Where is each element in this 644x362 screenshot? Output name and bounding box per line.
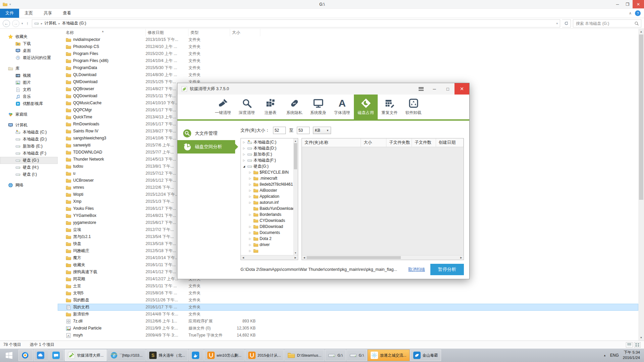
taskbar-item-app-chat[interactable] xyxy=(49,350,64,361)
expand-icon[interactable]: ▷ xyxy=(242,159,246,162)
file-row[interactable]: nvidiaInspector 2013/10/15 下午... 文件夹 xyxy=(58,36,638,43)
ribbon-tab[interactable]: 主页 xyxy=(19,9,38,18)
tree-node[interactable]: BaiduYunDownload xyxy=(241,205,293,212)
table-hscrollbar[interactable]: ◀ ▶ xyxy=(302,255,464,260)
scroll-up-icon[interactable]: ▲ xyxy=(293,138,298,143)
file-row[interactable]: Amsyh 2009/4/9 下午 3:... TrueType 字体文件 14… xyxy=(58,332,638,339)
breadcrumb-root[interactable]: 计算机 xyxy=(45,20,57,26)
thumbnail-view-button[interactable] xyxy=(634,342,641,348)
dialog-tab[interactable]: 软件卸载 xyxy=(401,95,425,119)
sidebar-group[interactable]: 收藏夹 xyxy=(0,33,58,40)
expand-icon[interactable]: ▷ xyxy=(248,171,252,174)
scroll-left-icon[interactable]: ◀ xyxy=(241,256,246,259)
file-row[interactable]: Photoshop CS 2012/4/10 上午 ... 文件夹 xyxy=(58,43,638,50)
sidebar-item[interactable]: 图片 xyxy=(0,79,58,86)
address-dropdown-icon[interactable]: ▾ xyxy=(556,22,558,25)
tree-hscrollbar[interactable]: ◀ ▶ xyxy=(241,255,298,260)
results-column-header[interactable]: 创建日期 xyxy=(436,138,464,147)
scrollbar-thumb[interactable] xyxy=(307,256,401,259)
dialog-tab[interactable]: 系统隐私 xyxy=(282,95,306,119)
tree-scrollbar[interactable]: ▲ ▼ xyxy=(293,138,298,255)
sidebar-item[interactable]: 下载 xyxy=(0,40,58,47)
breadcrumb[interactable]: ▸ 计算机 ▸ 本地磁盘 (G:) ▾ xyxy=(32,19,560,27)
ribbon-tab[interactable]: 共享 xyxy=(38,9,57,18)
taskbar-item-cleaner-master[interactable]: 软媒清理大师... xyxy=(65,350,107,361)
file-row[interactable]: 我的酷盘 2015/11/26 下午... 文件夹 xyxy=(58,297,638,304)
scroll-right-icon[interactable]: ▶ xyxy=(293,256,298,259)
close-button[interactable]: ✕ xyxy=(633,0,644,8)
tree-node[interactable]: ▷ DBDownload xyxy=(241,224,293,230)
sidebar-item[interactable]: 硬盘 (H:) xyxy=(0,164,58,171)
breadcrumb-current[interactable]: 本地磁盘 (G:) xyxy=(62,20,86,26)
taskbar-item-banished-forum[interactable]: 放逐之城交流... xyxy=(368,350,410,361)
results-column-header[interactable]: 子文件夹数 xyxy=(386,138,412,147)
tree-node[interactable]: ▷ .minecraft xyxy=(241,175,293,181)
up-button[interactable]: ↑ xyxy=(25,21,30,26)
results-column-header[interactable]: 子文件数 xyxy=(412,138,436,147)
sidebar-item[interactable]: 本地磁盘 (C:) xyxy=(0,129,58,136)
dialog-tab[interactable]: 系统瘦身 xyxy=(306,95,330,119)
expand-icon[interactable]: ▷ xyxy=(242,153,246,156)
file-row[interactable]: Program Files 2015/2/20 上午 ... 文件夹 xyxy=(58,50,638,57)
column-header[interactable]: ▲名称 xyxy=(58,29,146,36)
sidebar-group[interactable]: 网络 xyxy=(0,181,58,189)
dialog-minimize-button[interactable]: ─ xyxy=(428,83,441,95)
size-unit-select[interactable]: KB ▼ xyxy=(313,127,331,134)
sidebar-item[interactable]: 本地磁盘 (D:) xyxy=(0,136,58,143)
sidebar-item[interactable]: 新加卷 (E:) xyxy=(0,143,58,150)
expand-icon[interactable]: ▷ xyxy=(248,177,252,180)
expand-icon[interactable]: ▷ xyxy=(248,237,252,240)
taskbar-item-uc-browser-1[interactable]: win10怎么删... xyxy=(204,350,245,361)
expand-icon[interactable]: ▷ xyxy=(248,213,252,216)
file-row[interactable]: 新浪软件 2014/4/8 下午 6:... 文件夹 xyxy=(58,311,638,318)
sidebar-item[interactable]: 本地磁盘 (F:) xyxy=(0,150,58,157)
tree-node[interactable]: ▷ 本地磁盘(D:) xyxy=(241,145,293,151)
file-row[interactable]: 文明5 2015/8/16 下午 ... 文件夹 xyxy=(58,290,638,297)
column-header[interactable]: 类型 xyxy=(189,29,230,36)
cancel-scan-link[interactable]: 取消扫描 xyxy=(408,267,425,273)
sidebar-group[interactable]: 库 xyxy=(0,65,58,72)
taskbar-item-game-s[interactable]: S烽火连年（北... xyxy=(146,350,188,361)
history-dropdown-icon[interactable]: ▾ xyxy=(21,22,23,25)
back-button[interactable]: ← xyxy=(3,20,10,27)
scroll-down-icon[interactable]: ▼ xyxy=(293,250,298,255)
quick-access-toolbar[interactable]: ▾ xyxy=(0,2,11,7)
dialog-tab[interactable]: 磁盘占用 xyxy=(354,95,378,119)
taskbar-clock[interactable]: 下午 5:34 2016/1/24 xyxy=(623,350,640,360)
forward-button[interactable]: → xyxy=(12,20,19,27)
sidebar-item[interactable]: 视频 xyxy=(0,72,58,79)
results-column-header[interactable]: 大小 xyxy=(361,138,386,147)
column-header[interactable]: 大小 xyxy=(230,29,260,36)
dialog-tab[interactable]: 重复文件 xyxy=(378,95,401,119)
tree-node[interactable]: ▷ 本地磁盘(C:) xyxy=(241,139,293,145)
expand-icon[interactable]: ▷ xyxy=(248,231,252,234)
ribbon-tab[interactable]: 查看 xyxy=(57,9,76,18)
taskbar-item-drive-window-2[interactable]: G:\ xyxy=(346,350,367,361)
pause-analysis-button[interactable]: 暂停分析 xyxy=(430,264,464,275)
expand-icon[interactable]: ▷ xyxy=(248,201,252,204)
sidebar-item[interactable]: 文档 xyxy=(0,86,58,93)
hidden-icons-chevron[interactable]: ▲ xyxy=(603,354,606,357)
expand-icon[interactable]: ▷ xyxy=(248,225,252,228)
dialog-tab[interactable]: A字体清理 xyxy=(330,95,354,119)
language-indicator[interactable]: ENG xyxy=(610,353,619,358)
dialog-menu-button[interactable] xyxy=(414,83,428,95)
scroll-up-icon[interactable]: ▲ xyxy=(638,29,644,35)
tree-node[interactable]: ▷ Documents xyxy=(241,230,293,236)
expand-icon[interactable]: ▷ xyxy=(242,141,246,144)
sidebar-item[interactable]: 桌面 xyxy=(0,47,58,54)
sidebar-group[interactable]: 计算机 xyxy=(0,121,58,129)
tree-node[interactable]: ▷ xyxy=(241,248,293,254)
file-row[interactable]: 我的文档 2016/1/17 下午 ... 文件夹 xyxy=(58,304,638,311)
tree-node[interactable]: CYDownloads xyxy=(241,218,293,224)
maximize-button[interactable]: ❐ xyxy=(623,0,633,8)
tree-node[interactable]: ▷ $RECYCLE.BIN xyxy=(241,169,293,175)
file-row[interactable]: Android Particle 2011/9/9 上午 9:... 媒体文件 … xyxy=(58,325,638,332)
taskbar-item-uc-browser-2[interactable]: 2015会计从... xyxy=(245,350,284,361)
details-view-button[interactable] xyxy=(626,342,633,348)
expand-icon[interactable]: ▷ xyxy=(248,183,252,186)
expand-icon[interactable]: ▷ xyxy=(248,243,252,246)
tree-node[interactable]: ▷ autorun.inf xyxy=(241,199,293,205)
tree-node[interactable]: ▷ 本地磁盘(F:) xyxy=(241,157,293,163)
search-input[interactable] xyxy=(575,21,634,26)
